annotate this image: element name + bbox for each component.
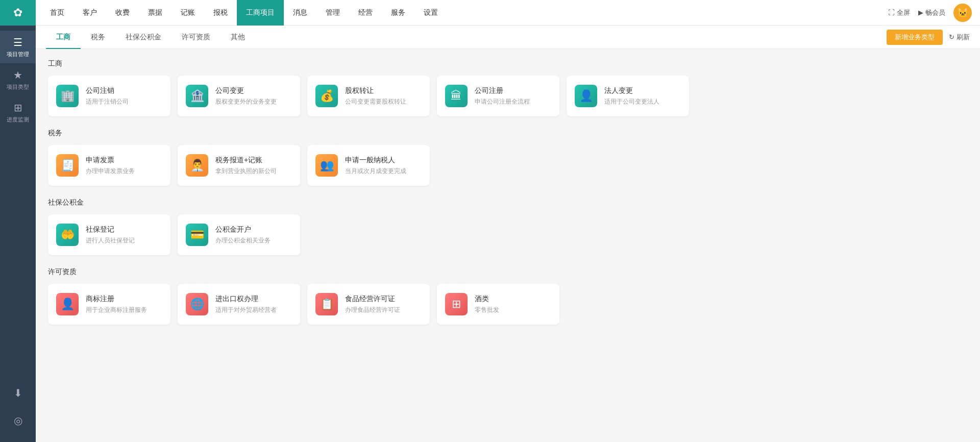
sidebar-label-project-management: 项目管理 xyxy=(7,51,29,58)
page-content: 工商 🏢 公司注销 适用于注销公司 🏦 公司变更 股权变更外的业务变更 xyxy=(36,49,980,442)
card-import-export[interactable]: 🌐 进出口权办理 适用于对外贸易经营者 xyxy=(178,284,300,325)
nav-item-home[interactable]: 首页 xyxy=(41,0,74,26)
nav-item-business[interactable]: 工商项目 xyxy=(237,0,284,26)
card-trademark-registration[interactable]: 👤 商标注册 用于企业商标注册服务 xyxy=(48,284,170,325)
card-name-social-insurance-registration: 社保登记 xyxy=(86,225,162,234)
card-text-import-export: 进出口权办理 适用于对外贸易经营者 xyxy=(215,294,292,314)
card-desc-alcohol: 零售批发 xyxy=(475,306,551,314)
sidebar-item-project-types[interactable]: ★ 项目类型 xyxy=(0,63,36,96)
card-name-invoice-application: 申请发票 xyxy=(86,156,162,165)
nav-item-messages[interactable]: 消息 xyxy=(284,0,316,26)
card-icon-social-insurance-registration: 🤲 xyxy=(56,224,79,246)
section-title-business: 工商 xyxy=(48,59,968,68)
card-name-company-change: 公司变更 xyxy=(215,86,292,95)
card-desc-import-export: 适用于对外贸易经营者 xyxy=(215,306,292,314)
nav-menu: 首页 客户 收费 票据 记账 报税 工商项目 消息 管理 经营 服务 设置 xyxy=(41,0,888,26)
logo: ✿ xyxy=(0,0,36,26)
nav-item-fees[interactable]: 收费 xyxy=(106,0,139,26)
refresh-button[interactable]: ↻ 刷新 xyxy=(949,33,970,42)
card-name-equity-transfer: 股权转让 xyxy=(345,86,422,95)
card-alcohol[interactable]: ⊞ 酒类 零售批发 xyxy=(437,284,559,325)
tab-business-registration[interactable]: 工商 xyxy=(46,26,81,49)
sidebar-download-button[interactable]: ⬇ xyxy=(0,382,36,404)
cards-grid-business: 🏢 公司注销 适用于注销公司 🏦 公司变更 股权变更外的业务变更 💰 xyxy=(48,76,968,116)
card-text-trademark-registration: 商标注册 用于企业商标注册服务 xyxy=(86,294,162,314)
tab-license-qualification[interactable]: 许可资质 xyxy=(172,26,220,49)
star-icon: ★ xyxy=(13,69,22,81)
card-desc-social-insurance-registration: 进行人员社保登记 xyxy=(86,236,162,245)
card-text-alcohol: 酒类 零售批发 xyxy=(475,294,551,314)
nav-item-operations[interactable]: 经营 xyxy=(349,0,382,26)
content-area: 工商 税务 社保公积金 许可资质 其他 新增业务类型 ↻ 刷新 工商 🏢 xyxy=(36,26,980,442)
card-desc-legal-person-change: 适用于公司变更法人 xyxy=(604,97,681,106)
sidebar-item-project-management[interactable]: ☰ 项目管理 xyxy=(0,31,36,63)
card-icon-company-registration: 🏛 xyxy=(445,85,468,107)
section-title-license: 许可资质 xyxy=(48,267,968,277)
card-icon-equity-transfer: 💰 xyxy=(315,85,338,107)
nav-right-actions: ⛶ 全屏 ▶ 畅会员 🐱 xyxy=(888,4,972,22)
card-tax-reporting[interactable]: 👨‍💼 税务报道+记账 拿到营业执照的新公司 xyxy=(178,145,300,186)
nav-item-services[interactable]: 服务 xyxy=(382,0,414,26)
sidebar-item-progress-monitor[interactable]: ⊞ 进度监测 xyxy=(0,96,36,129)
card-general-taxpayer[interactable]: 👥 申请一般纳税人 当月或次月成变更完成 xyxy=(307,145,430,186)
sidebar-label-progress-monitor: 进度监测 xyxy=(7,116,29,124)
card-icon-general-taxpayer: 👥 xyxy=(315,154,338,177)
nav-item-management[interactable]: 管理 xyxy=(316,0,349,26)
nav-item-accounting[interactable]: 记账 xyxy=(172,0,204,26)
card-icon-company-cancellation: 🏢 xyxy=(56,85,79,107)
card-text-company-change: 公司变更 股权变更外的业务变更 xyxy=(215,86,292,106)
card-desc-food-license: 办理食品经营许可证 xyxy=(345,306,422,314)
cards-grid-social-insurance: 🤲 社保登记 进行人员社保登记 💳 公积金开户 办理公积金相关业务 xyxy=(48,214,968,255)
card-desc-trademark-registration: 用于企业商标注册服务 xyxy=(86,306,162,314)
card-desc-general-taxpayer: 当月或次月成变更完成 xyxy=(345,167,422,176)
nav-item-tax[interactable]: 报税 xyxy=(204,0,237,26)
card-name-alcohol: 酒类 xyxy=(475,294,551,304)
card-text-tax-reporting: 税务报道+记账 拿到营业执照的新公司 xyxy=(215,156,292,176)
nav-item-bills[interactable]: 票据 xyxy=(139,0,172,26)
card-icon-alcohol: ⊞ xyxy=(445,293,468,315)
card-provident-fund[interactable]: 💳 公积金开户 办理公积金相关业务 xyxy=(178,214,300,255)
main-layout: ☰ 项目管理 ★ 项目类型 ⊞ 进度监测 ⬇ ◎ 工商 税务 社保公积金 许可资… xyxy=(0,26,980,442)
fullscreen-button[interactable]: ⛶ 全屏 xyxy=(888,8,910,17)
refresh-label: 刷新 xyxy=(957,33,970,42)
card-name-company-registration: 公司注册 xyxy=(475,86,551,95)
mascot-avatar[interactable]: 🐱 xyxy=(953,4,972,22)
card-text-general-taxpayer: 申请一般纳税人 当月或次月成变更完成 xyxy=(345,156,422,176)
card-desc-provident-fund: 办理公积金相关业务 xyxy=(215,236,292,245)
card-desc-company-cancellation: 适用于注销公司 xyxy=(86,97,162,106)
card-company-change[interactable]: 🏦 公司变更 股权变更外的业务变更 xyxy=(178,76,300,116)
card-company-cancellation[interactable]: 🏢 公司注销 适用于注销公司 xyxy=(48,76,170,116)
card-legal-person-change[interactable]: 👤 法人变更 适用于公司变更法人 xyxy=(567,76,689,116)
cards-grid-tax: 🧾 申请发票 办理申请发票业务 👨‍💼 税务报道+记账 拿到营业执照的新公司 👥 xyxy=(48,145,968,186)
logo-icon: ✿ xyxy=(13,6,22,19)
tab-others[interactable]: 其他 xyxy=(220,26,255,49)
card-desc-company-registration: 申请公司注册全流程 xyxy=(475,97,551,106)
card-name-trademark-registration: 商标注册 xyxy=(86,294,162,304)
sidebar-location-button[interactable]: ◎ xyxy=(0,409,36,432)
section-title-social-insurance: 社保公积金 xyxy=(48,198,968,207)
nav-item-settings[interactable]: 设置 xyxy=(414,0,447,26)
card-icon-import-export: 🌐 xyxy=(186,293,208,315)
card-text-company-cancellation: 公司注销 适用于注销公司 xyxy=(86,86,162,106)
sidebar-bottom-actions: ⬇ ◎ xyxy=(0,382,36,442)
sidebar: ☰ 项目管理 ★ 项目类型 ⊞ 进度监测 ⬇ ◎ xyxy=(0,26,36,442)
tab-tax[interactable]: 税务 xyxy=(81,26,115,49)
add-type-button[interactable]: 新增业务类型 xyxy=(887,30,943,45)
card-food-license[interactable]: 📋 食品经营许可证 办理食品经营许可证 xyxy=(307,284,430,325)
card-icon-company-change: 🏦 xyxy=(186,85,208,107)
tab-social-insurance[interactable]: 社保公积金 xyxy=(115,26,172,49)
card-company-registration[interactable]: 🏛 公司注册 申请公司注册全流程 xyxy=(437,76,559,116)
card-desc-equity-transfer: 公司变更需要股权转让 xyxy=(345,97,422,106)
nav-item-customer[interactable]: 客户 xyxy=(74,0,106,26)
top-navigation: ✿ 首页 客户 收费 票据 记账 报税 工商项目 消息 管理 经营 服务 设置 … xyxy=(0,0,980,26)
download-icon: ⬇ xyxy=(14,387,22,399)
tab-actions: 新增业务类型 ↻ 刷新 xyxy=(887,30,970,45)
card-desc-tax-reporting: 拿到营业执照的新公司 xyxy=(215,167,292,176)
vip-button[interactable]: ▶ 畅会员 xyxy=(918,8,945,17)
card-invoice-application[interactable]: 🧾 申请发票 办理申请发票业务 xyxy=(48,145,170,186)
card-equity-transfer[interactable]: 💰 股权转让 公司变更需要股权转让 xyxy=(307,76,430,116)
section-title-tax: 税务 xyxy=(48,129,968,138)
card-icon-trademark-registration: 👤 xyxy=(56,293,79,315)
card-social-insurance-registration[interactable]: 🤲 社保登记 进行人员社保登记 xyxy=(48,214,170,255)
card-icon-legal-person-change: 👤 xyxy=(575,85,597,107)
